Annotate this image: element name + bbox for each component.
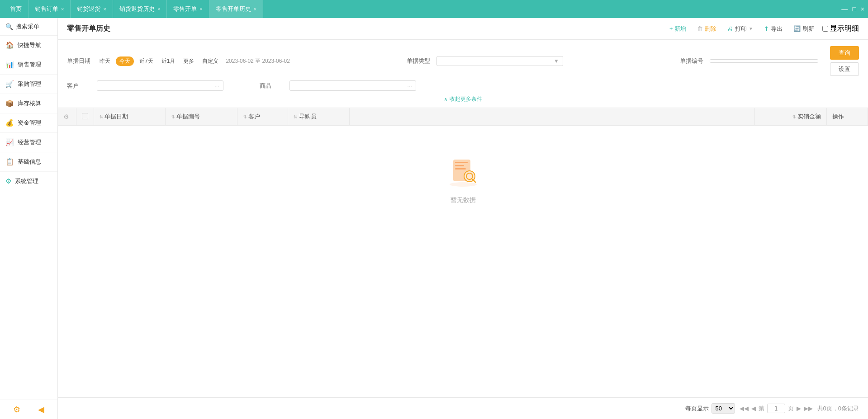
page-title: 零售开单历史 <box>67 24 110 33</box>
refresh-button[interactable]: 🔄 刷新 <box>791 23 817 35</box>
sidebar-item-quick-nav[interactable]: 🏠 快捷导航 <box>0 36 57 55</box>
delete-icon: 🗑 <box>697 25 703 32</box>
date-option-7days[interactable]: 近7天 <box>137 56 156 66</box>
tab-sales-return-history[interactable]: 销货退货历史 × <box>113 0 167 18</box>
page-header: 零售开单历史 + 新增 🗑 删除 🖨 打印 ▼ ⬆ 导出 <box>58 18 868 40</box>
sidebar-item-label: 经营管理 <box>18 138 41 146</box>
date-option-custom[interactable]: 自定义 <box>199 56 221 66</box>
customer-input[interactable]: ··· <box>97 80 223 91</box>
tab-home[interactable]: 首页 <box>4 0 28 18</box>
per-page-control: 每页显示 50 10 20 100 <box>685 403 735 414</box>
sidebar-item-basic-info[interactable]: 📋 基础信息 <box>0 152 57 172</box>
date-filter: 昨天 今天 近7天 近1月 更多 自定义 2023-06-02 至 2023-0… <box>97 56 290 66</box>
search-icon: 🔍 <box>5 23 13 30</box>
sort-icon: ⇅ <box>294 114 297 119</box>
next-page-button[interactable]: ▶ <box>797 405 801 412</box>
bill-no-input[interactable] <box>710 59 818 63</box>
sidebar-bottom: ⚙ ◀ <box>0 400 57 419</box>
filter-row-2: 客户 ··· 商品 ··· <box>67 80 859 91</box>
filter-collapse-button[interactable]: ∧ 收起更多条件 <box>67 95 859 103</box>
display-detail-checkbox[interactable] <box>822 26 828 32</box>
page-label: 第 <box>759 405 764 413</box>
close-tab-sales-return-history[interactable]: × <box>157 6 160 12</box>
sort-icon: ⇅ <box>100 114 103 119</box>
col-customer: ⇅ 客户 <box>237 108 288 126</box>
customer-dots: ··· <box>214 82 219 89</box>
sidebar-item-inventory[interactable]: 📦 库存核算 <box>0 94 57 113</box>
date-option-today[interactable]: 今天 <box>116 56 134 66</box>
maximize-button[interactable]: □ <box>852 5 856 13</box>
first-page-button[interactable]: ◀◀ <box>740 405 749 412</box>
close-tab-sales-order[interactable]: × <box>61 6 64 12</box>
sidebar-item-purchase[interactable]: 🛒 采购管理 <box>0 75 57 94</box>
settings-bottom-icon[interactable]: ⚙ <box>13 405 20 414</box>
sidebar-item-finance[interactable]: 💰 资金管理 <box>0 113 57 133</box>
sort-icon: ⇅ <box>171 114 175 119</box>
empty-icon <box>445 153 481 189</box>
sales-icon: 📊 <box>5 61 14 69</box>
finance-icon: 💰 <box>5 119 14 127</box>
col-salesperson: ⇅ 导购员 <box>288 108 350 126</box>
delete-button[interactable]: 🗑 删除 <box>694 23 719 35</box>
per-page-select[interactable]: 50 10 20 100 <box>711 403 735 414</box>
sidebar-item-operations[interactable]: 📈 经营管理 <box>0 133 57 152</box>
date-option-1month[interactable]: 近1月 <box>159 56 178 66</box>
add-button[interactable]: + 新增 <box>667 23 689 35</box>
main-layout: 🔍 搜索采单 🏠 快捷导航 📊 销售管理 🛒 采购管理 📦 库存核算 💰 资金管… <box>0 18 868 419</box>
sidebar-search-label: 搜索采单 <box>16 23 39 31</box>
product-label: 商品 <box>260 82 285 90</box>
bill-type-arrow-icon: ▼ <box>554 58 559 64</box>
collapse-icon: ∧ <box>444 96 448 103</box>
sidebar-item-sales[interactable]: 📊 销售管理 <box>0 55 57 75</box>
operations-icon: 📈 <box>5 138 14 146</box>
bill-type-select[interactable]: ▼ <box>436 56 563 66</box>
sidebar-item-label: 采购管理 <box>18 80 41 88</box>
tab-sales-return[interactable]: 销货退货 × <box>71 0 113 18</box>
close-tab-sales-return[interactable]: × <box>103 6 106 12</box>
date-option-more[interactable]: 更多 <box>180 56 197 66</box>
sidebar-item-label: 销售管理 <box>18 61 41 69</box>
close-tab-retail-history[interactable]: × <box>254 6 256 12</box>
print-icon: 🖨 <box>727 25 733 32</box>
action-buttons: 查询 设置 <box>830 46 859 76</box>
svg-point-0 <box>450 182 477 187</box>
display-detail-toggle[interactable]: 显示明细 <box>822 24 859 33</box>
tab-retail-history[interactable]: 零售开单历史 × <box>209 0 263 18</box>
print-button[interactable]: 🖨 打印 ▼ <box>725 23 756 35</box>
collapse-label: 收起更多条件 <box>450 95 482 103</box>
minimize-button[interactable]: — <box>841 5 848 13</box>
settings-button[interactable]: 设置 <box>830 62 859 76</box>
last-page-button[interactable]: ▶▶ <box>804 405 813 412</box>
tab-sales-order[interactable]: 销售订单 × <box>28 0 71 18</box>
close-window-button[interactable]: × <box>861 5 864 13</box>
col-action: 操作 <box>826 108 868 126</box>
home-icon: 🏠 <box>5 41 14 49</box>
table-check-header <box>76 108 94 126</box>
window-controls: — □ × <box>841 5 864 13</box>
print-dropdown-icon: ▼ <box>749 26 753 31</box>
table-area: ⚙ ⇅ 单据日期 ⇅ 单据编号 <box>58 108 868 397</box>
select-all-checkbox[interactable] <box>82 113 88 119</box>
date-option-yesterday[interactable]: 昨天 <box>97 56 113 66</box>
tab-retail-open[interactable]: 零售开单 × <box>167 0 209 18</box>
table-column-settings-icon[interactable]: ⚙ <box>63 113 69 120</box>
close-tab-retail-open[interactable]: × <box>199 6 202 12</box>
sidebar-item-label: 库存核算 <box>18 99 41 108</box>
refresh-icon: 🔄 <box>793 25 801 32</box>
per-page-label: 每页显示 <box>685 405 709 413</box>
export-button[interactable]: ⬆ 导出 <box>761 23 785 35</box>
page-number-input[interactable] <box>767 404 785 413</box>
page-nav: ◀◀ ◀ 第 页 ▶ ▶▶ <box>740 404 813 413</box>
product-input[interactable]: ··· <box>289 80 416 91</box>
sidebar-item-system[interactable]: ⚙ 系统管理 <box>0 172 57 191</box>
collapse-sidebar-icon[interactable]: ◀ <box>38 405 44 414</box>
sidebar-search[interactable]: 🔍 搜索采单 <box>0 18 57 36</box>
col-date: ⇅ 单据日期 <box>94 108 166 126</box>
query-button[interactable]: 查询 <box>830 46 859 60</box>
filter-row-1: 单据日期 昨天 今天 近7天 近1月 更多 自定义 2023-06-02 至 2… <box>67 46 859 76</box>
sort-icon: ⇅ <box>792 114 796 119</box>
prev-page-button[interactable]: ◀ <box>751 405 756 412</box>
sidebar-item-label: 资金管理 <box>18 119 41 127</box>
system-icon: ⚙ <box>5 177 11 185</box>
bill-no-label: 单据编号 <box>680 57 705 65</box>
